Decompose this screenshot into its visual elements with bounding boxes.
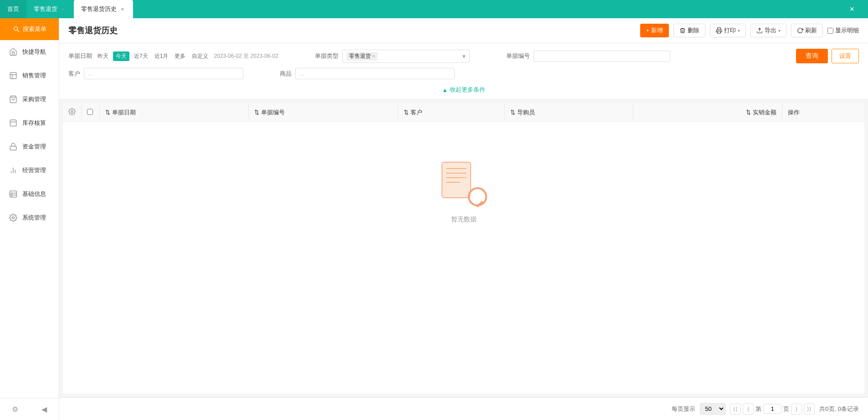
svg-point-16 bbox=[71, 111, 73, 113]
sidebar-item-basic-info[interactable]: 基础信息 bbox=[0, 182, 59, 206]
filter-row-2: 客户 ... 商品 ... bbox=[68, 68, 859, 79]
sidebar-item-finance-mgmt[interactable]: 资金管理 bbox=[0, 135, 59, 159]
empty-illustration bbox=[439, 158, 489, 208]
show-detail-checkbox-label[interactable]: 显示明细 bbox=[827, 26, 859, 35]
bill-no-input[interactable] bbox=[534, 51, 670, 62]
svg-rect-14 bbox=[718, 31, 721, 33]
sidebar-item-sales-mgmt[interactable]: 销售管理 bbox=[0, 64, 59, 87]
search-menu-button[interactable]: 搜索菜单 bbox=[0, 18, 59, 40]
customer-label: 客户 bbox=[68, 70, 80, 78]
collapse-more-conditions[interactable]: ▲ 收起更多条件 bbox=[442, 86, 485, 94]
sidebar-item-label-finance-mgmt: 资金管理 bbox=[22, 143, 46, 151]
page-label: 第 bbox=[755, 405, 761, 413]
date-shortcuts: 昨天 今天 近7天 近1月 更多 自定义 bbox=[96, 51, 210, 61]
filter-customer: 客户 ... bbox=[68, 68, 243, 79]
sidebar-bottom: ⚙ ◀ bbox=[0, 398, 59, 420]
sidebar-item-label-operation-mgmt: 经营管理 bbox=[22, 166, 46, 174]
shortcut-today[interactable]: 今天 bbox=[113, 51, 129, 61]
settings-button[interactable]: 设置 bbox=[832, 49, 859, 63]
box-icon bbox=[9, 118, 18, 128]
sidebar: 搜索菜单 快捷导航 销售管理 采购管理 bbox=[0, 18, 59, 420]
header-actions: + 新增 删除 打印 ▾ 导出 ▾ 刷新 bbox=[640, 24, 859, 37]
th-checkbox[interactable] bbox=[82, 103, 100, 122]
th-guide-label: ⇅ 导购员 bbox=[510, 109, 535, 116]
doc-bg bbox=[442, 162, 471, 198]
shortcut-last7[interactable]: 近7天 bbox=[132, 51, 150, 61]
sidebar-item-operation-mgmt[interactable]: 经营管理 bbox=[0, 159, 59, 182]
tab-retail-return-history-close[interactable]: × bbox=[119, 6, 126, 12]
tab-retail-return-history[interactable]: 零售退货历史 × bbox=[74, 0, 133, 18]
sidebar-item-label-basic-info: 基础信息 bbox=[22, 190, 46, 198]
bar-icon bbox=[9, 166, 18, 175]
page-prev-button[interactable]: ⟨ bbox=[743, 404, 754, 415]
content-area: 零售退货历史 + 新增 删除 打印 ▾ 导出 ▾ bbox=[59, 18, 868, 420]
customer-select[interactable]: ... bbox=[84, 68, 243, 79]
sidebar-item-label-quick-nav: 快捷导航 bbox=[22, 48, 46, 56]
page-title: 零售退货历史 bbox=[68, 25, 118, 36]
svg-rect-2 bbox=[10, 72, 16, 79]
goods-select[interactable]: ... bbox=[295, 68, 455, 79]
th-settings bbox=[63, 103, 82, 122]
shortcut-custom[interactable]: 自定义 bbox=[190, 51, 210, 61]
page-number-input[interactable] bbox=[763, 404, 781, 414]
print-button[interactable]: 打印 ▾ bbox=[710, 24, 746, 37]
th-bill-date[interactable]: ⇅ 单据日期 bbox=[100, 103, 249, 122]
th-guide[interactable]: ⇅ 导购员 bbox=[505, 103, 633, 122]
th-operation-label: 操作 bbox=[788, 109, 800, 116]
th-customer-label: ⇅ 客户 bbox=[404, 109, 422, 116]
svg-point-13 bbox=[12, 217, 15, 219]
bill-type-tag-remove[interactable]: × bbox=[372, 53, 375, 59]
tab-home[interactable]: 首页 bbox=[0, 0, 26, 18]
bill-type-chevron-icon: ▾ bbox=[462, 53, 466, 60]
page-size-select[interactable]: 50 10 20 100 bbox=[700, 403, 725, 415]
bill-type-select[interactable]: 零售退货 × ▾ bbox=[342, 50, 470, 63]
query-button[interactable]: 查询 bbox=[796, 49, 828, 63]
sidebar-nav: 快捷导航 销售管理 采购管理 库存核算 bbox=[0, 40, 59, 398]
sidebar-item-quick-nav[interactable]: 快捷导航 bbox=[0, 40, 59, 64]
query-action-buttons: 查询 设置 bbox=[796, 49, 859, 63]
shortcut-last1month[interactable]: 近1月 bbox=[153, 51, 170, 61]
bag-icon bbox=[9, 95, 18, 104]
select-all-checkbox[interactable] bbox=[87, 109, 93, 115]
th-bill-no[interactable]: ⇅ 单据编号 bbox=[249, 103, 398, 122]
page-header: 零售退货历史 + 新增 删除 打印 ▾ 导出 ▾ bbox=[59, 18, 868, 43]
page-next-button[interactable]: ⟩ bbox=[791, 404, 802, 415]
tab-retail-return-history-label: 零售退货历史 bbox=[81, 5, 117, 13]
delete-button[interactable]: 删除 bbox=[673, 24, 705, 37]
shortcut-yesterday[interactable]: 昨天 bbox=[96, 51, 110, 61]
show-detail-checkbox[interactable] bbox=[827, 28, 833, 34]
page-last-button[interactable]: ⟩⟩ bbox=[804, 404, 815, 415]
chart-icon bbox=[9, 71, 18, 80]
page-first-button[interactable]: ⟨⟨ bbox=[730, 404, 741, 415]
tab-retail-return-label: 零售退货 bbox=[34, 5, 57, 13]
th-operation: 操作 bbox=[782, 103, 864, 122]
sidebar-item-purchase-mgmt[interactable]: 采购管理 bbox=[0, 87, 59, 111]
tab-retail-return-close[interactable]: × bbox=[60, 6, 67, 12]
sidebar-item-label-sales-mgmt: 销售管理 bbox=[22, 72, 46, 80]
bill-type-tag: 零售退货 × bbox=[346, 52, 378, 61]
svg-rect-9 bbox=[10, 191, 17, 197]
page-suffix: 页 bbox=[783, 405, 789, 413]
goods-label: 商品 bbox=[280, 70, 292, 78]
tab-retail-return[interactable]: 零售退货 × bbox=[26, 0, 74, 18]
table-body: 暂无数据 bbox=[63, 122, 864, 261]
settings-bottom-button[interactable]: ⚙ bbox=[12, 405, 18, 414]
sidebar-item-system-mgmt[interactable]: 系统管理 bbox=[0, 206, 59, 230]
sidebar-item-inventory-calc[interactable]: 库存核算 bbox=[0, 111, 59, 135]
bill-type-label: 单据类型 bbox=[315, 52, 339, 60]
shortcut-more[interactable]: 更多 bbox=[173, 51, 187, 61]
refresh-button[interactable]: 刷新 bbox=[791, 24, 823, 37]
close-window-button[interactable]: × bbox=[845, 5, 859, 14]
new-button[interactable]: + 新增 bbox=[640, 24, 669, 37]
table-icon bbox=[9, 190, 18, 199]
goods-placeholder: ... bbox=[299, 70, 304, 77]
th-customer[interactable]: ⇅ 客户 bbox=[398, 103, 505, 122]
export-button[interactable]: 导出 ▾ bbox=[750, 24, 786, 37]
th-bill-date-label: ⇅ 单据日期 bbox=[105, 109, 136, 116]
th-amount[interactable]: ⇅ 实销金额 bbox=[633, 103, 782, 122]
export-chevron-icon: ▾ bbox=[778, 28, 781, 33]
filter-row-1: 单据日期 昨天 今天 近7天 近1月 更多 自定义 2023-06-02 至 2… bbox=[68, 49, 859, 63]
column-settings-icon[interactable] bbox=[68, 108, 76, 115]
filter-bill-date: 单据日期 昨天 今天 近7天 近1月 更多 自定义 2023-06-02 至 2… bbox=[68, 51, 278, 61]
collapse-sidebar-button[interactable]: ◀ bbox=[41, 405, 47, 414]
